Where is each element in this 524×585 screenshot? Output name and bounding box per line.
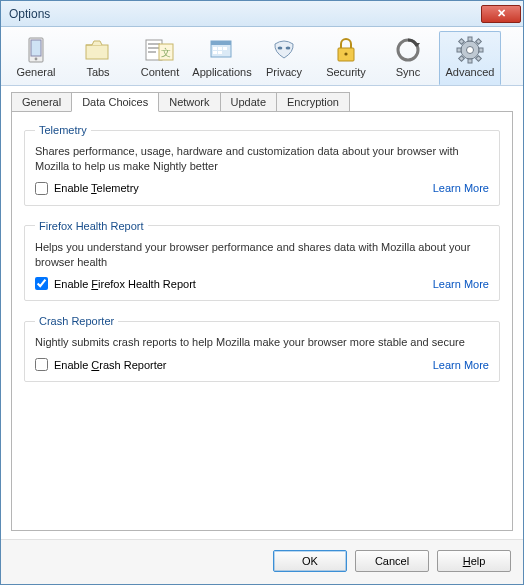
category-tabs[interactable]: Tabs [67,31,129,85]
applications-icon [206,36,238,64]
svg-rect-11 [211,41,231,45]
category-toolbar: General Tabs 文 Content Applications Priv… [1,27,523,86]
close-button[interactable]: ✕ [481,5,521,23]
telemetry-group: Telemetry Shares performance, usage, har… [24,124,500,206]
category-label: Applications [192,66,251,78]
svg-point-20 [344,52,347,55]
enable-telemetry-checkbox[interactable] [35,182,48,195]
category-label: Sync [396,66,420,78]
enable-health-checkbox[interactable] [35,277,48,290]
category-label: Privacy [266,66,302,78]
crash-desc: Nightly submits crash reports to help Mo… [35,335,489,350]
help-button[interactable]: Help [437,550,511,572]
crash-learn-more-link[interactable]: Learn More [433,359,489,371]
svg-rect-28 [479,48,483,52]
category-security[interactable]: Security [315,31,377,85]
enable-crash-checkbox[interactable] [35,358,48,371]
svg-rect-6 [148,47,160,49]
health-legend: Firefox Health Report [35,220,148,232]
health-report-group: Firefox Health Report Helps you understa… [24,220,500,302]
subtab-network[interactable]: Network [158,92,220,111]
dialog-button-bar: OK Cancel Help [1,539,523,584]
telemetry-legend: Telemetry [35,124,91,136]
close-icon: ✕ [497,7,506,20]
svg-point-2 [35,58,38,61]
category-privacy[interactable]: Privacy [253,31,315,85]
svg-rect-14 [223,47,227,50]
gear-icon [454,36,486,64]
window-title: Options [9,7,481,21]
telemetry-desc: Shares performance, usage, hardware and … [35,144,489,174]
category-label: General [16,66,55,78]
titlebar: Options ✕ [1,1,523,27]
ok-button[interactable]: OK [273,550,347,572]
category-label: Tabs [86,66,109,78]
category-sync[interactable]: Sync [377,31,439,85]
cancel-button[interactable]: Cancel [355,550,429,572]
privacy-mask-icon [268,36,300,64]
enable-health-label[interactable]: Enable Firefox Health Report [35,277,196,290]
subtab-encryption[interactable]: Encryption [276,92,350,111]
sync-icon [392,36,424,64]
category-label: Advanced [446,66,495,78]
svg-rect-7 [148,51,156,53]
tabs-icon [82,36,114,64]
subtab-data-choices[interactable]: Data Choices [71,92,159,112]
category-label: Security [326,66,366,78]
svg-rect-15 [213,51,217,54]
svg-rect-5 [148,43,160,45]
category-applications[interactable]: Applications [191,31,253,85]
svg-point-24 [467,47,474,54]
telemetry-learn-more-link[interactable]: Learn More [433,182,489,194]
health-learn-more-link[interactable]: Learn More [433,278,489,290]
svg-rect-26 [468,59,472,63]
crash-legend: Crash Reporter [35,315,118,327]
svg-rect-12 [213,47,217,50]
svg-point-17 [278,46,283,49]
category-content[interactable]: 文 Content [129,31,191,85]
svg-text:文: 文 [161,47,171,58]
category-label: Content [141,66,180,78]
data-choices-panel: Telemetry Shares performance, usage, har… [11,111,513,531]
enable-telemetry-label[interactable]: Enable Telemetry [35,182,139,195]
category-advanced[interactable]: Advanced [439,31,501,85]
options-window: Options ✕ General Tabs 文 Content [0,0,524,585]
svg-rect-1 [31,40,41,56]
svg-rect-27 [457,48,461,52]
crash-reporter-group: Crash Reporter Nightly submits crash rep… [24,315,500,382]
svg-point-18 [286,46,291,49]
lock-icon [330,36,362,64]
general-icon [20,36,52,64]
svg-rect-13 [218,47,222,50]
content-icon: 文 [144,36,176,64]
svg-rect-3 [86,45,108,59]
category-general[interactable]: General [5,31,67,85]
svg-rect-16 [218,51,222,54]
svg-rect-25 [468,37,472,41]
advanced-subtabs: General Data Choices Network Update Encr… [1,86,523,111]
subtab-general[interactable]: General [11,92,72,111]
subtab-update[interactable]: Update [220,92,277,111]
enable-crash-label[interactable]: Enable Crash Reporter [35,358,167,371]
health-desc: Helps you understand your browser perfor… [35,240,489,270]
